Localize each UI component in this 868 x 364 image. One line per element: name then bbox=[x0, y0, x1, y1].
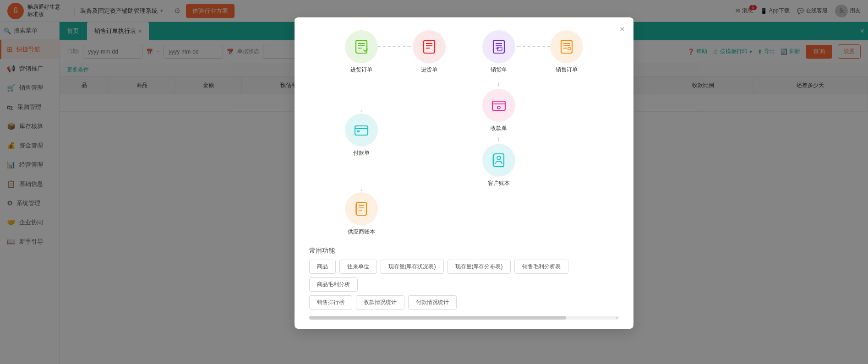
flow-col-sales-slip: 销货单 ↓ 收款单 ↓ bbox=[482, 30, 515, 187]
modal-scrollbar[interactable]: › bbox=[309, 316, 619, 320]
purchase-order-circle bbox=[345, 30, 378, 63]
func-btn-product[interactable]: 商品 bbox=[309, 260, 336, 274]
svg-rect-25 bbox=[492, 155, 494, 165]
flow-node-customer-ledger[interactable]: 客户账本 bbox=[482, 144, 515, 187]
quick-nav-modal: × 进货订单 ↓ bbox=[295, 17, 633, 329]
modal-backdrop[interactable]: × 进货订单 ↓ bbox=[0, 0, 868, 364]
modal-scrollbar-thumb bbox=[309, 316, 566, 320]
svg-point-23 bbox=[497, 106, 500, 109]
flow-node-receipt[interactable]: 收款单 bbox=[482, 89, 515, 132]
supplier-ledger-circle bbox=[345, 192, 378, 225]
flow-node-purchase-slip[interactable]: 进货单 bbox=[413, 30, 446, 74]
flow-col-purchase-slip: 进货单 bbox=[413, 30, 446, 74]
func-btn-counterparty[interactable]: 往来单位 bbox=[339, 260, 377, 274]
svg-rect-8 bbox=[355, 204, 357, 214]
flow-node-supplier-ledger[interactable]: ↓ 供应商账本 bbox=[345, 185, 378, 236]
common-functions-section: 常用功能 商品 往来单位 现存量(库存状况表) 现存量(库存分布表) 销售毛利分… bbox=[309, 247, 619, 310]
common-funcs-title: 常用功能 bbox=[309, 247, 619, 255]
receipt-circle bbox=[482, 89, 515, 122]
sales-slip-circle bbox=[482, 30, 515, 63]
func-btn-product-profit[interactable]: 商品毛利分析 bbox=[309, 277, 358, 292]
func-btn-sales-rank[interactable]: 销售排行榜 bbox=[309, 295, 352, 310]
flow-node-sales-slip[interactable]: 销货单 bbox=[482, 30, 515, 74]
func-btn-payment-stats[interactable]: 付款情况统计 bbox=[408, 295, 457, 310]
payment-circle bbox=[345, 114, 378, 147]
flow-col-left: 进货订单 ↓ 付款单 ↓ bbox=[345, 30, 378, 236]
svg-rect-12 bbox=[424, 40, 435, 53]
dashed-arrow-2 bbox=[523, 46, 550, 47]
sales-order-circle bbox=[550, 30, 583, 63]
func-btn-sales-profit[interactable]: 销售毛利分析表 bbox=[514, 260, 568, 274]
dashed-arrow-1 bbox=[378, 46, 405, 47]
svg-rect-4 bbox=[355, 126, 368, 135]
svg-point-26 bbox=[497, 156, 501, 160]
svg-rect-27 bbox=[561, 40, 572, 53]
modal-close-btn[interactable]: × bbox=[620, 24, 625, 34]
svg-rect-6 bbox=[357, 130, 360, 132]
func-btn-receipt-stats[interactable]: 收款情况统计 bbox=[356, 295, 404, 310]
flow-node-payment[interactable]: ↓ 付款单 bbox=[345, 107, 378, 157]
flow-node-purchase-order[interactable]: 进货订单 bbox=[345, 30, 378, 74]
flow-col-sales-order: 销售订单 bbox=[550, 30, 583, 74]
func-btn-stock-status[interactable]: 现存量(库存状况表) bbox=[381, 260, 444, 274]
flow-diagram: 进货订单 ↓ 付款单 ↓ bbox=[309, 30, 619, 236]
svg-rect-7 bbox=[356, 202, 366, 215]
svg-rect-16 bbox=[493, 40, 504, 53]
scroll-right-btn[interactable]: › bbox=[615, 315, 619, 321]
func-buttons-row1: 商品 往来单位 现存量(库存状况表) 现存量(库存分布表) 销售毛利分析表 商品… bbox=[309, 260, 619, 292]
flow-node-sales-order[interactable]: 销售订单 bbox=[550, 30, 583, 74]
purchase-slip-circle bbox=[413, 30, 446, 63]
customer-ledger-circle bbox=[482, 144, 515, 177]
func-buttons-row2: 销售排行榜 收款情况统计 付款情况统计 bbox=[309, 295, 619, 310]
func-btn-stock-dist[interactable]: 现存量(库存分布表) bbox=[448, 260, 511, 274]
